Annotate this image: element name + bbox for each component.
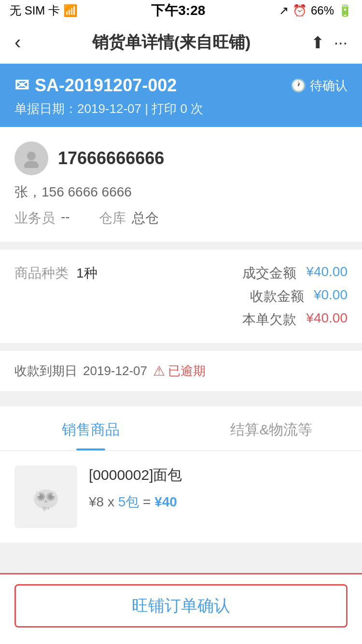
confirm-order-button[interactable]: 旺铺订单确认 (14, 584, 348, 628)
avatar (14, 141, 48, 175)
order-status: 🕐 待确认 (291, 77, 348, 94)
sim-status: 无 SIM 卡 📶 (10, 3, 78, 18)
salesperson-label: 业务员 (14, 209, 55, 227)
warehouse-value: 总仓 (132, 209, 159, 227)
summary-left: 商品种类 1种 (14, 264, 97, 282)
alarm-icon: ⏰ (292, 4, 307, 17)
overdue-warning-icon: ⚠ (153, 363, 165, 379)
more-icon[interactable]: ··· (334, 33, 348, 52)
product-name: [0000002]面包 (89, 465, 348, 485)
product-equals: = (139, 494, 154, 509)
warehouse-info: 仓库 总仓 (99, 209, 159, 227)
summary-right: 成交金额 ¥40.00 收款金额 ¥0.00 本单欠款 ¥40.00 (242, 264, 348, 329)
nav-actions: ⬆ ··· (299, 33, 348, 52)
customer-card: 17666666666 张，156 6666 6666 业务员 -- 仓库 总仓 (0, 127, 362, 242)
order-status-text: 待确认 (310, 77, 348, 94)
product-price: ¥8 x 5包 = ¥40 (89, 493, 348, 511)
order-id: ✉ SA-20191207-002 (14, 75, 177, 96)
product-list: 管+ [0000002]面包 ¥8 x 5包 = ¥40 (0, 451, 362, 543)
page-title: 销货单详情(来自旺铺) (43, 31, 299, 54)
product-thumbnail: 管+ (14, 465, 77, 528)
order-banner-top: ✉ SA-20191207-002 🕐 待确认 (14, 75, 348, 96)
divider-3 (0, 391, 362, 399)
share-icon[interactable]: ⬆ (311, 33, 324, 52)
summary-row: 商品种类 1种 成交金额 ¥40.00 收款金额 ¥0.00 本单欠款 ¥40.… (14, 264, 348, 329)
tabs: 销售商品 结算&物流等 (0, 406, 362, 451)
amount-label: 成交金额 (242, 264, 296, 282)
status-bar: 无 SIM 卡 📶 下午3:28 ↗ ⏰ 66% 🔋 (0, 0, 362, 21)
nav-bar: ‹ 销货单详情(来自旺铺) ⬆ ··· (0, 21, 362, 64)
salesperson-info: 业务员 -- (14, 209, 70, 227)
svg-point-0 (27, 152, 36, 160)
salesperson-value: -- (61, 209, 70, 227)
amount-row: 成交金额 ¥40.00 (242, 264, 348, 282)
product-item: 管+ [0000002]面包 ¥8 x 5包 = ¥40 (14, 465, 348, 528)
svg-text:管+: 管+ (42, 506, 50, 511)
received-value: ¥0.00 (314, 287, 348, 306)
location-icon: ↗ (279, 4, 289, 17)
summary-card: 商品种类 1种 成交金额 ¥40.00 收款金额 ¥0.00 本单欠款 ¥40.… (0, 250, 362, 343)
due-date-card: 收款到期日 2019-12-07 ⚠ 已逾期 (0, 351, 362, 391)
product-unit-price: ¥8 x (89, 494, 118, 509)
overdue-badge: ⚠ 已逾期 (153, 363, 206, 379)
battery-level: 66% (311, 4, 334, 17)
product-info: [0000002]面包 ¥8 x 5包 = ¥40 (89, 465, 348, 511)
received-label: 收款金额 (250, 287, 304, 306)
tab-products[interactable]: 销售商品 (0, 406, 181, 450)
order-icon: ✉ (14, 75, 29, 96)
due-date-label: 收款到期日 (14, 363, 77, 379)
status-clock-icon: 🕐 (291, 78, 306, 93)
bottom-bar: 旺铺订单确认 (0, 573, 362, 644)
overdue-text: 已逾期 (168, 363, 206, 379)
product-total: ¥40 (154, 494, 177, 509)
amount-value: ¥40.00 (306, 264, 348, 282)
battery-icon: 🔋 (338, 4, 352, 17)
debt-row: 本单欠款 ¥40.00 (242, 310, 348, 329)
debt-value: ¥40.00 (306, 310, 348, 329)
customer-top: 17666666666 (14, 141, 348, 175)
debt-label: 本单欠款 (242, 310, 296, 329)
back-button[interactable]: ‹ (14, 31, 43, 53)
customer-info-row: 业务员 -- 仓库 总仓 (14, 209, 348, 227)
order-meta: 单据日期：2019-12-07 | 打印 0 次 (14, 100, 348, 117)
status-bar-right: ↗ ⏰ 66% 🔋 (279, 4, 352, 17)
tab-settlement[interactable]: 结算&物流等 (181, 406, 362, 450)
customer-phone: 17666666666 (58, 148, 164, 168)
svg-point-1 (24, 161, 39, 168)
received-row: 收款金额 ¥0.00 (250, 287, 348, 306)
order-id-text: SA-20191207-002 (35, 75, 177, 96)
warehouse-label: 仓库 (99, 209, 126, 227)
status-bar-time: 下午3:28 (151, 1, 205, 20)
product-type-label: 商品种类 (14, 264, 69, 282)
due-date-value: 2019-12-07 (83, 364, 147, 378)
product-type-value: 1种 (76, 264, 97, 282)
divider-1 (0, 242, 362, 250)
customer-name: 张，156 6666 6666 (14, 183, 348, 201)
order-banner: ✉ SA-20191207-002 🕐 待确认 单据日期：2019-12-07 … (0, 64, 362, 127)
status-bar-left: 无 SIM 卡 📶 (10, 3, 78, 18)
divider-2 (0, 343, 362, 351)
product-qty: 5包 (118, 494, 139, 509)
